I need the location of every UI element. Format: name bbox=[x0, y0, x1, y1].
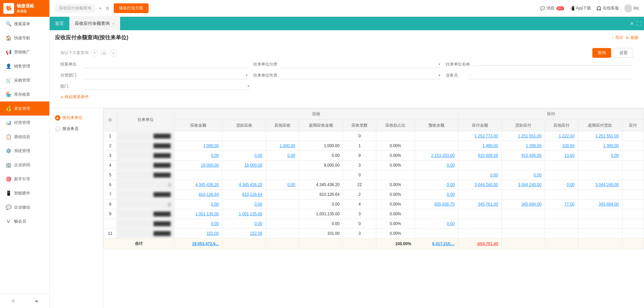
sidebar: 畅 畅捷通账 标准版 🔍 搜索菜单 🏠 快捷导航 📢 营销推广 👤 销售管理 🛒… bbox=[0, 0, 50, 308]
settings-btn[interactable]: 设置 bbox=[614, 48, 633, 58]
sidebar-collapse-btn[interactable]: ◀ bbox=[25, 297, 47, 305]
sidebar-settings-btn[interactable]: ⚙ bbox=[3, 297, 24, 305]
sidebar-item-smart-hw[interactable]: 📱 智能硬件 bbox=[0, 186, 49, 200]
table-total-row: 合计 19,553,472,6... 100.00% 6,417,215....… bbox=[104, 238, 644, 249]
tabbar: 首页 应收应付余额查询 × ✕ ⛶ bbox=[50, 17, 644, 30]
partner-mode-icon: ▶ bbox=[55, 115, 60, 121]
table-row: 3██████0.000.000.000.0090.00%2,153,333.0… bbox=[104, 151, 644, 161]
th-receivable-ratio: 应收款占比 bbox=[376, 120, 415, 131]
main-area: 应收应付余额查询 ▾ ⚙ 体验行业方案 💬 消息 99+ 📲 App下载 🎧 在… bbox=[50, 0, 644, 308]
sidebar-item-sales[interactable]: 👤 销售管理 bbox=[0, 59, 49, 73]
filter-add-btn[interactable]: + bbox=[91, 50, 98, 56]
sidebar-item-base-info[interactable]: 📋 基础信息 bbox=[0, 130, 49, 144]
partner-name-cell: ██████ bbox=[117, 161, 174, 170]
topbar-gear-btn[interactable]: ⚙ bbox=[105, 6, 110, 11]
partner-name-cell: ██████ bbox=[117, 190, 174, 200]
table-row: 5██████00.000.00 bbox=[104, 170, 644, 180]
th-overdue-payable: 超期应付货款 bbox=[578, 120, 622, 131]
data-table: ⚙ 往来单位 应收 应付 bbox=[103, 108, 644, 249]
solution-btn[interactable]: 体验行业方案 bbox=[114, 3, 149, 13]
logo-main-text: 畅捷通账 bbox=[17, 3, 34, 9]
dept-manager-select[interactable]: ▾ bbox=[83, 72, 248, 79]
th-overdue-receivable: 超期应收金额 bbox=[299, 120, 343, 131]
sidebar-item-search-menu[interactable]: 🔍 搜索菜单 bbox=[0, 17, 49, 31]
sidebar-item-wechat[interactable]: 💬 企业微信 bbox=[0, 200, 49, 214]
sidebar-item-marketing[interactable]: 📢 营销推广 bbox=[0, 45, 49, 59]
filter-row-1: 结算单位 ··· 往来单位分类 ▾ 往来单位名称 bbox=[60, 60, 633, 68]
th-other-receivable: 其他应收 bbox=[266, 120, 299, 131]
total-receivable-amount[interactable]: 19,553,472,6... bbox=[174, 238, 222, 249]
filter-group-department: 部门 ▾ bbox=[60, 83, 250, 90]
table-row: 8p0.000.000.0040.00%655,636.75345,761.00… bbox=[104, 200, 644, 209]
sidebar-item-system[interactable]: ⚙️ 系统管理 bbox=[0, 144, 49, 158]
sidebar-item-finance[interactable]: 💰 资金管理 bbox=[0, 101, 49, 116]
filter-group-settlement: 结算单位 ··· bbox=[60, 60, 248, 68]
refresh-icon: ↻ bbox=[626, 36, 629, 40]
partner-name-cell: ██████ bbox=[117, 219, 174, 229]
sidebar-item-enterprise[interactable]: 🏢 企业协同 bbox=[0, 158, 49, 172]
department-select[interactable]: ▾ bbox=[83, 83, 250, 90]
filter-area: 按以下方案查询 + ◎ « 查询 设置 结算单位 bbox=[55, 44, 639, 108]
settlement-unit-input[interactable]: ··· bbox=[83, 60, 248, 68]
tab-maximize-btn[interactable]: ⛶ bbox=[637, 21, 641, 26]
sidebar-item-inventory[interactable]: 🏪 库存核算 bbox=[0, 87, 49, 101]
query-btn[interactable]: 查询 bbox=[592, 48, 611, 58]
left-panel-item-by-partner[interactable]: ▶ 按往来单位 bbox=[50, 112, 103, 123]
partner-nature-select[interactable]: ▾ bbox=[280, 72, 441, 79]
salesman-input[interactable]: ··· bbox=[469, 72, 633, 79]
enterprise-icon: 🏢 bbox=[5, 162, 11, 168]
left-panel-item-by-salesman[interactable]: ◯ 按业务员 bbox=[50, 123, 103, 134]
tab-close-window-btn[interactable]: ✕ bbox=[630, 21, 634, 26]
app-download-btn[interactable]: 📲 App下载 bbox=[570, 5, 591, 11]
table-row: 4██████18,000.0018,000.009,000.0030.00%0… bbox=[104, 161, 644, 170]
th-settings[interactable]: ⚙ bbox=[104, 108, 117, 131]
sidebar-item-vip[interactable]: V 畅会员 bbox=[0, 214, 49, 228]
tab-home[interactable]: 首页 bbox=[50, 17, 69, 30]
avatar bbox=[624, 4, 632, 12]
sidebar-logo: 畅 畅捷通账 标准版 bbox=[0, 0, 49, 17]
partner-category-select[interactable]: ▾ bbox=[280, 61, 441, 68]
filter-config-btn[interactable]: ◎ bbox=[101, 50, 107, 56]
user-area[interactable]: Rit bbox=[624, 4, 639, 12]
filter-label: 按以下方案查询 + ◎ « 查询 设置 bbox=[60, 48, 633, 58]
table-row: 2██████1,000.001,000.001,000.0010.00%1,4… bbox=[104, 141, 644, 151]
table-row: 11██████152.00152.00101.0030.00% bbox=[104, 229, 644, 238]
sidebar-item-operations[interactable]: 📊 经营管理 bbox=[0, 116, 49, 130]
refresh-btn[interactable]: ↻ 刷新 bbox=[626, 35, 639, 41]
total-receivable-ratio: 100.00% bbox=[376, 238, 415, 249]
export-icon: ↑ bbox=[612, 36, 614, 40]
sidebar-item-newbie[interactable]: 🎯 新手引导 bbox=[0, 172, 49, 186]
total-payable-amount[interactable]: -654,751.40 bbox=[458, 238, 502, 249]
filter-group-salesman: 业务员 ··· bbox=[446, 72, 633, 79]
page-header: 应收应付余额查询(按往来单位) ↑ 导出 ↻ 刷新 按以下方案查询 + bbox=[50, 30, 644, 108]
service-icon: 🎧 bbox=[596, 6, 601, 11]
export-btn[interactable]: ↑ 导出 bbox=[612, 35, 623, 41]
tab-active[interactable]: 应收应付余额查询 × bbox=[69, 17, 120, 30]
collapse-more-btn[interactable]: ∧ 收起更多条件 bbox=[60, 92, 633, 102]
tab-close-btn[interactable]: × bbox=[112, 21, 114, 26]
filter-group-partner-cat: 往来单位分类 ▾ bbox=[253, 61, 441, 68]
content-area: ▶ 按往来单位 ◯ 按业务员 ⚙ bbox=[50, 108, 644, 308]
base-info-icon: 📋 bbox=[5, 134, 11, 140]
purchase-icon: 🛒 bbox=[5, 77, 11, 83]
filter-collapse-left-btn[interactable]: « bbox=[110, 50, 117, 56]
message-btn[interactable]: 💬 消息 99+ bbox=[540, 5, 564, 11]
online-service-btn[interactable]: 🎧 在线客服 bbox=[596, 5, 619, 11]
filter-row-3: 部门 ▾ bbox=[60, 83, 633, 90]
topbar-dropdown-btn[interactable]: ▾ bbox=[99, 6, 101, 11]
home-icon: 🏠 bbox=[5, 35, 11, 41]
table-row: 9██████1,001,135.001,001,135.001,001,135… bbox=[104, 209, 644, 219]
table-settings-icon[interactable]: ⚙ bbox=[108, 117, 112, 123]
wechat-icon: 💬 bbox=[5, 204, 11, 210]
partner-name-input[interactable] bbox=[473, 63, 633, 66]
table-row: 1██████01,252,773.001,251,551.001,222.00… bbox=[104, 131, 644, 141]
partner-name-cell: p bbox=[117, 200, 174, 209]
system-icon: ⚙️ bbox=[5, 148, 11, 154]
partner-name-cell: ██████ bbox=[117, 170, 174, 180]
sidebar-item-quick-nav[interactable]: 🏠 快捷导航 bbox=[0, 31, 49, 45]
table-row: 7██████810,126.64810,126.64810,126.6420.… bbox=[104, 190, 644, 200]
total-prepaid-balance[interactable]: 6,417,215.... bbox=[415, 238, 458, 249]
sidebar-item-purchase[interactable]: 🛒 采购管理 bbox=[0, 73, 49, 87]
filter-group-partner-name: 往来单位名称 bbox=[446, 61, 633, 67]
th-receivable-amount: 应收金额 bbox=[174, 120, 222, 131]
